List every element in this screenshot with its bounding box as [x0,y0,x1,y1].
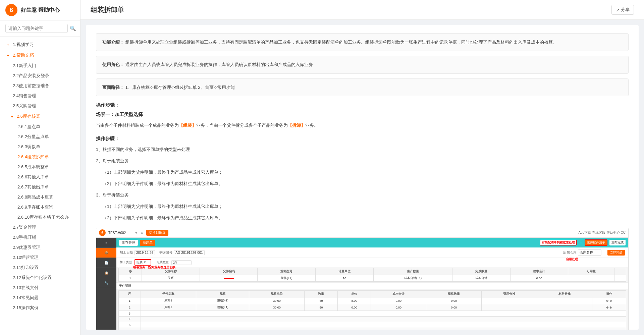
sidebar-item-s1[interactable]: ＋ 1.视频学习 [0,39,80,50]
content-area: 功能介绍： 组装拆卸单用来处理企业组装或拆卸等加工业务，支持有固定装配清单的产品… [86,25,639,330]
sidebar-sub-s23[interactable]: 2.3使用前数据准备 [0,81,80,91]
ss-lower-table: 序 子件名称 规格 规格单位 数量 单位 成本合计 规格数量 费用分摊 [118,290,626,330]
ss-qty-label: 组装数量 [157,260,169,265]
ss-sidebar-item-4: 🔧 [96,278,116,288]
ss-sidebar-item-active: 📦 [96,248,116,258]
step3: 3、对于拆装业务 [96,191,629,200]
ss-btn-select: 选择配件清单 [585,239,607,246]
page-title: 组装拆卸单 [91,5,124,14]
ss-topbar: 6 TEST-H002 ▼ ⚙ 切换到旧版 App下载 在线客服 帮助中心 CC [96,228,628,238]
ss-cell-code [200,275,258,282]
ss-sub-th-fee-alloc: 费用分摊 [482,291,537,297]
ss-sub-row-3: 3 [119,311,626,317]
ss-tab-lib: 库存管理 [119,240,138,246]
ss-icons: App下载 在线客服 帮助中心 CC [578,230,626,235]
logo-circle: 6 [5,4,17,16]
sidebar-sub-s212[interactable]: 2.12系统个性化设置 [0,273,80,283]
sidebar-sub-s266[interactable]: 2.6.6其他入库单 [0,172,80,182]
ss-sub-row-1: 1 原料1 规格(+1) 30.00 60 8.00 0.00 0.00 [119,297,626,304]
ss-cell-spec: 规格(+1) [258,275,316,282]
sidebar-item-s2[interactable]: ● 2.帮助文档 [0,50,80,61]
sidebar-nav: ＋ 1.视频学习 ● 2.帮助文档 2.1新手入门 2.2产品安装及登录 2.3… [0,37,80,335]
ss-tab-new: 新建单 [140,240,155,246]
ss-btn-submit: 立即完成 [607,250,625,256]
ss-date-val: 2019-12-26 [135,250,155,255]
sidebar-sub-s210[interactable]: 2.10经营管理 [0,253,80,263]
step3-1: （1）上部明细为父件明细，最终作为原材料生成其它出库单； [103,202,629,211]
ss-cell-name: 关系 [142,275,200,282]
role-block: 使用角色： 通常由生产人员或库管人员完成拆装业务的操作，库管人员确认原材料的出库… [96,56,629,73]
sidebar-sub-s28[interactable]: 2.8手机旺铺 [0,232,80,242]
sim-screenshot: 6 TEST-H002 ▼ ⚙ 切换到旧版 App下载 在线客服 帮助中心 CC… [96,228,628,330]
sidebar-sub-s263[interactable]: 2.6.3调拨单 [0,142,80,152]
ss-type-row: 加工类型 组装 ▼ 组装数量 2/4 组装业务、拆卸业务在这里切换 启用处理 [116,258,628,267]
sidebar-sub-s22[interactable]: 2.2产品安装及登录 [0,71,80,81]
ss-sub-th-name: 子件名称 [141,291,196,297]
ss-cell-op [614,275,626,282]
ss-sub-row-2: 2 原料2 规格(+1) 30.00 60 0.00 0.00 0.00 [119,304,626,311]
func-intro-text: 组装拆卸单用来处理企业组装或拆卸等加工业务，支持有固定装配清单的产品加工业务，也… [125,40,557,45]
ss-body: ≡ 📦 📄 📋 🔧 库存管理 新建单 [96,238,628,330]
ss-sub-label: 子件明细 [119,284,131,288]
step2: 2、对于组装业务 [96,157,629,165]
ss-sub-th-unit: 规格单位 [249,291,305,297]
ss-code: TEST-H002 [108,231,132,235]
step2-2: （2）下部明细为子件明细，最终作为原材料生成其它出库单。 [103,179,629,188]
sidebar-item-s26[interactable]: ● 2.6库存核算 [0,111,80,122]
sidebar-sub-s29[interactable]: 2.9优惠券管理 [0,242,80,253]
sidebar-sub-s213[interactable]: 2.13在线支付 [0,283,80,293]
ss-cell-unit: 10 [316,275,374,282]
ss-lower-table-wrapper: 序 子件名称 规格 规格单位 数量 单位 成本合计 规格数量 费用分摊 [116,289,628,330]
sidebar-sub-s264[interactable]: 2.6.4组装拆卸单 [0,152,80,162]
ss-btn-confirm: 立即完成 [609,240,626,245]
ss-sub-th-seq: 序 [119,291,141,297]
sidebar-sub-s211[interactable]: 2.11打印设置 [0,263,80,273]
step3-2: （2）下部明细为子件明细，最终作为产成品生成其它入库单。 [103,214,629,222]
sidebar-sub-s215[interactable]: 2.15操作案例 [0,303,80,313]
step2-1: （1）上部明细为父件明细，最终作为产成品生成其它入库单； [103,168,629,177]
ss-gear-icon: ⚙ [141,231,144,235]
sidebar-sub-s2610[interactable]: 2.6.10库存账本错了怎么办 [0,212,80,222]
ss-sub-th-cost: 成本合计 [371,291,426,297]
ss-dropdown-icon: ▼ [135,231,138,235]
sidebar-sub-s214[interactable]: 2.14常见问题 [0,293,80,303]
sidebar-sub-s261[interactable]: 2.6.1盘点单 [0,122,80,132]
ss-sub-table-label-row: 子件明细 [116,282,628,289]
ss-badge: 切换到旧版 [146,230,168,236]
ss-upper-row-1: 1 关系 规格(+1) 10 成本合计(+1) 成本合计 0.00 [119,275,626,282]
ss-type-select: 组装 ▼ [135,259,151,266]
sidebar-item-label-s1: 1.视频学习 [13,42,34,48]
search-button[interactable]: 🔍 [70,25,76,32]
sidebar-sub-s269[interactable]: 2.6.9库存账本查询 [0,202,80,212]
plus-icon: ＋ [5,42,11,47]
search-input[interactable] [5,24,68,33]
ss-cell-cost: 0.00 [510,275,568,282]
ss-sub-row-4: 4 [119,317,626,322]
path-label: 页面路径： [102,85,124,90]
ss-th-cost: 成本合计 [510,268,568,275]
ss-th-unit: 计量单位 [316,268,374,275]
sidebar-sub-s21[interactable]: 2.1新手入门 [0,61,80,71]
ss-form-row: 加工日期 2019-12-26 单据编号 AD-20191226-001 所属仓… [116,247,628,258]
scene1-heading: 场景一：加工类型选择 [96,112,629,118]
ss-annotation-switch: 组装业务、拆卸业务在这里切换 [133,265,175,270]
ss-field-id: 单据编号 AD-20191226-001 [159,250,205,255]
sidebar-sub-s268[interactable]: 2.6.8商品成本重算 [0,192,80,202]
sidebar-sub-s265[interactable]: 2.6.5成本调整单 [0,162,80,172]
sidebar-sub-s24[interactable]: 2.4销售管理 [0,91,80,101]
func-intro-block: 功能介绍： 组装拆卸单用来处理企业组装或拆卸等加工业务，支持有固定装配清单的产品… [96,33,629,51]
role-text: 通常由生产人员或库管人员完成拆装业务的操作，库管人员确认原材料的出库和产成品的入… [125,62,313,67]
ss-th-op [614,268,626,275]
ss-annotation-enable: 启用处理 [566,257,578,262]
topbar: 组装拆卸单 ↗ 分享 [80,0,644,20]
share-button[interactable]: ↗ 分享 [611,5,634,15]
sidebar-header: 6 好生意 帮助中心 [0,0,80,20]
ss-sub-th-spec-qty: 规格数量 [426,291,482,297]
ss-th-avail: 可用量 [568,268,614,275]
sidebar-sub-s25[interactable]: 2.5采购管理 [0,101,80,111]
sidebar-sub-s262[interactable]: 2.6.2分量盘点单 [0,132,80,142]
ss-th-spec: 规格型号 [258,268,316,275]
ops-heading: 操作步骤： [96,102,629,108]
sidebar-sub-s267[interactable]: 2.6.7其他出库单 [0,182,80,192]
sidebar-sub-s27[interactable]: 2.7资金管理 [0,222,80,232]
